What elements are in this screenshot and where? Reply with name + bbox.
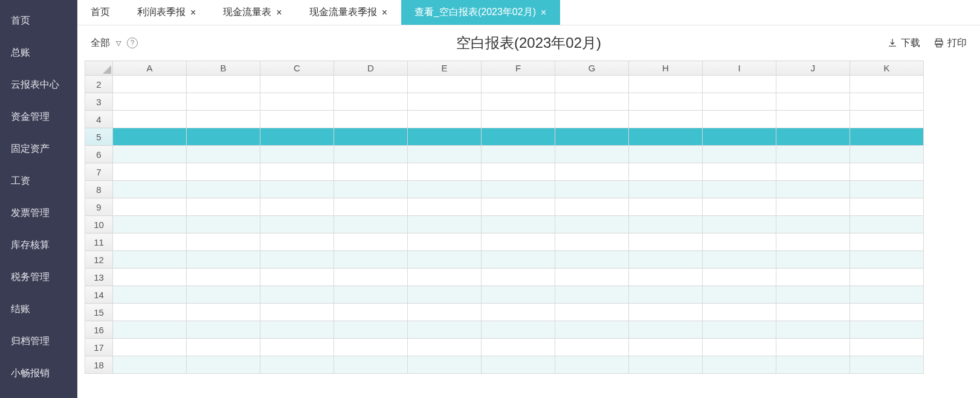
cell-G10[interactable] [555,216,629,233]
cell-A4[interactable] [113,111,187,128]
cell-D4[interactable] [334,111,408,128]
cell-E10[interactable] [408,216,482,233]
cell-K3[interactable] [850,93,924,111]
row-header-4[interactable]: 4 [85,111,113,128]
cell-K4[interactable] [850,111,924,128]
cell-I17[interactable] [703,339,776,356]
cell-F9[interactable] [482,198,555,216]
cell-K16[interactable] [850,321,924,339]
sidebar-item-5[interactable]: 工资 [0,165,77,197]
cell-K6[interactable] [850,146,924,163]
cell-B2[interactable] [187,76,260,93]
cell-H17[interactable] [629,339,703,356]
sidebar-item-11[interactable]: 小畅报销 [0,357,77,390]
cell-C13[interactable] [260,269,334,286]
cell-E11[interactable] [408,233,482,251]
cell-K17[interactable] [850,339,924,356]
cell-I10[interactable] [703,216,776,233]
cell-B13[interactable] [187,269,260,286]
cell-J2[interactable] [776,76,850,93]
cell-H16[interactable] [629,321,703,339]
cell-K5[interactable] [850,128,924,146]
cell-F11[interactable] [482,233,555,251]
cell-H11[interactable] [629,233,703,251]
cell-F4[interactable] [482,111,555,128]
cell-E8[interactable] [408,181,482,198]
cell-D16[interactable] [334,321,408,339]
cell-D3[interactable] [334,93,408,111]
cell-I18[interactable] [703,356,776,374]
cell-K2[interactable] [850,76,924,93]
cell-D18[interactable] [334,356,408,374]
cell-D8[interactable] [334,181,408,198]
cell-G2[interactable] [555,76,629,93]
cell-I2[interactable] [703,76,776,93]
cell-A13[interactable] [113,269,187,286]
cell-B17[interactable] [187,339,260,356]
sidebar-item-7[interactable]: 库存核算 [0,229,77,261]
cell-D12[interactable] [334,251,408,269]
cell-A3[interactable] [113,93,187,111]
cell-D17[interactable] [334,339,408,356]
cell-F2[interactable] [482,76,555,93]
cell-A2[interactable] [113,76,187,93]
cell-B15[interactable] [187,304,260,321]
cell-H7[interactable] [629,163,703,181]
cell-D11[interactable] [334,233,408,251]
cell-D6[interactable] [334,146,408,163]
cell-E2[interactable] [408,76,482,93]
cell-D10[interactable] [334,216,408,233]
cell-I9[interactable] [703,198,776,216]
cell-G13[interactable] [555,269,629,286]
cell-J3[interactable] [776,93,850,111]
cell-H13[interactable] [629,269,703,286]
cell-E16[interactable] [408,321,482,339]
row-header-12[interactable]: 12 [85,251,113,269]
cell-B8[interactable] [187,181,260,198]
sidebar-item-6[interactable]: 发票管理 [0,197,77,229]
close-icon[interactable]: × [276,8,282,18]
cell-C6[interactable] [260,146,334,163]
row-header-2[interactable]: 2 [85,76,113,93]
cell-F7[interactable] [482,163,555,181]
close-icon[interactable]: × [190,8,196,18]
cell-J12[interactable] [776,251,850,269]
sidebar-item-3[interactable]: 资金管理 [0,101,77,133]
cell-E3[interactable] [408,93,482,111]
cell-J14[interactable] [776,286,850,304]
cell-G12[interactable] [555,251,629,269]
cell-C2[interactable] [260,76,334,93]
cell-C9[interactable] [260,198,334,216]
download-button[interactable]: 下载 [887,37,920,50]
print-button[interactable]: 打印 [933,37,967,50]
cell-A12[interactable] [113,251,187,269]
column-header-F[interactable]: F [482,61,555,76]
cell-B12[interactable] [187,251,260,269]
cell-B3[interactable] [187,93,260,111]
cell-C14[interactable] [260,286,334,304]
cell-G14[interactable] [555,286,629,304]
cell-J6[interactable] [776,146,850,163]
cell-A15[interactable] [113,304,187,321]
cell-H2[interactable] [629,76,703,93]
select-all-corner[interactable] [85,61,113,76]
cell-D7[interactable] [334,163,408,181]
column-header-J[interactable]: J [776,61,850,76]
cell-I4[interactable] [703,111,776,128]
cell-C4[interactable] [260,111,334,128]
cell-J18[interactable] [776,356,850,374]
cell-E17[interactable] [408,339,482,356]
cell-I3[interactable] [703,93,776,111]
cell-A18[interactable] [113,356,187,374]
cell-C8[interactable] [260,181,334,198]
cell-B7[interactable] [187,163,260,181]
column-header-I[interactable]: I [703,61,776,76]
cell-K8[interactable] [850,181,924,198]
cell-J9[interactable] [776,198,850,216]
sidebar-item-2[interactable]: 云报表中心 [0,69,77,101]
row-header-14[interactable]: 14 [85,286,113,304]
cell-F6[interactable] [482,146,555,163]
cell-H14[interactable] [629,286,703,304]
cell-K10[interactable] [850,216,924,233]
cell-B18[interactable] [187,356,260,374]
